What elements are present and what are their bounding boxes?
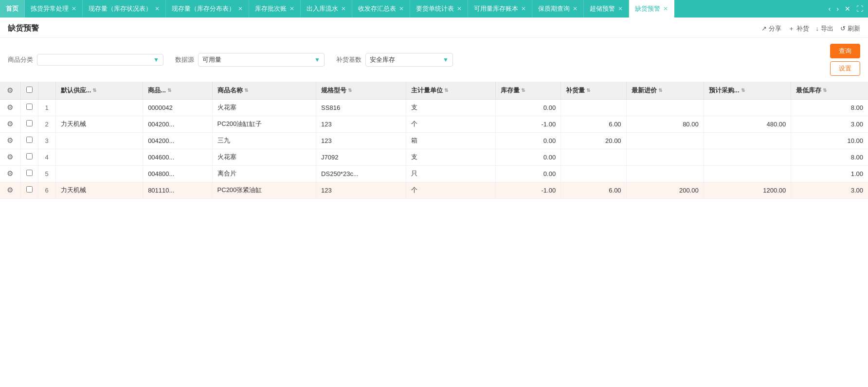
cell-checkbox-1 (20, 116, 38, 132)
col-sort-min_stock[interactable]: 最低库存⇅ (796, 86, 827, 95)
col-header-min_stock[interactable]: 最低库存⇅ (791, 82, 868, 99)
row-checkbox-2[interactable] (26, 137, 33, 143)
cell-code-2: 004200... (143, 132, 212, 149)
nav-tab-10[interactable]: 超储预警✕ (584, 0, 629, 18)
col-sort-stock[interactable]: 库存量⇅ (501, 86, 525, 95)
col-sort-code[interactable]: 商品...⇅ (148, 86, 171, 95)
row-gear-btn[interactable]: ⚙ (7, 153, 13, 161)
row-gear-btn[interactable]: ⚙ (7, 120, 13, 128)
cell-code-5: 801110... (143, 182, 212, 198)
nav-fullscreen-button[interactable]: ⛶ (853, 3, 866, 15)
row-checkbox-4[interactable] (26, 170, 33, 176)
export-button[interactable]: ↓ 导出 (816, 24, 834, 33)
cell-min_stock-1: 3.00 (791, 116, 868, 132)
nav-tab-4[interactable]: 库存批次账✕ (249, 0, 301, 18)
filter-group-category: 商品分类 ▼ (8, 54, 163, 66)
category-select[interactable]: ▼ (37, 54, 163, 66)
nav-tab-close[interactable]: ✕ (663, 5, 668, 12)
cell-checkbox-4 (20, 165, 38, 182)
nav-tab-close[interactable]: ✕ (341, 5, 346, 12)
nav-tab-6[interactable]: 收发存汇总表✕ (352, 0, 410, 18)
query-button[interactable]: 查询 (830, 44, 860, 58)
col-sort-est_purchase[interactable]: 预计采购...⇅ (709, 86, 745, 95)
cell-est_purchase-2 (704, 132, 791, 149)
nav-tab-5[interactable]: 出入库流水✕ (301, 0, 352, 18)
col-sort-name[interactable]: 商品名称⇅ (217, 86, 248, 95)
nav-tab-close[interactable]: ✕ (618, 5, 623, 12)
nav-tab-label: 超储预警 (590, 4, 615, 13)
col-header-replenish[interactable]: 补货量⇅ (561, 82, 626, 99)
col-header-supplier[interactable]: 默认供应...⇅ (55, 82, 143, 99)
col-sort-supplier[interactable]: 默认供应...⇅ (61, 86, 97, 95)
col-header-est_purchase[interactable]: 预计采购...⇅ (704, 82, 791, 99)
nav-tab-close[interactable]: ✕ (573, 5, 578, 12)
col-header-code[interactable]: 商品...⇅ (143, 82, 212, 99)
col-header-latest_price[interactable]: 最新进价⇅ (626, 82, 704, 99)
row-gear-btn[interactable]: ⚙ (7, 186, 13, 194)
nav-close-button[interactable]: ✕ (842, 3, 853, 15)
cell-name-3: 火花塞 (212, 149, 316, 165)
filter-group-datasource: 数据源 可用量 ▼ (175, 53, 325, 67)
setting-button[interactable]: 设置 (830, 61, 860, 76)
datasource-select[interactable]: 可用量 ▼ (198, 53, 325, 67)
col-header-name[interactable]: 商品名称⇅ (212, 82, 316, 99)
nav-tab-close[interactable]: ✕ (72, 5, 76, 12)
cell-spec-4: DS250*23c... (316, 165, 406, 182)
col-header-stock[interactable]: 库存量⇅ (495, 82, 561, 99)
replenish-chevron-icon: ▼ (443, 56, 449, 63)
nav-tab-0[interactable]: 首页 (0, 0, 25, 18)
nav-tab-close[interactable]: ✕ (238, 5, 243, 12)
row-gear-btn[interactable]: ⚙ (7, 169, 13, 178)
cell-unit-2: 箱 (406, 132, 495, 149)
cell-unit-0: 支 (406, 99, 495, 116)
col-sort-spec[interactable]: 规格型号⇅ (321, 86, 352, 95)
nav-tab-11[interactable]: 缺货预警✕ (629, 0, 674, 18)
row-gear-btn[interactable]: ⚙ (7, 103, 13, 112)
col-header-unit[interactable]: 主计量单位⇅ (406, 82, 495, 99)
nav-next-button[interactable]: › (833, 3, 842, 15)
cell-stock-5: -1.00 (495, 182, 561, 198)
nav-tab-close[interactable]: ✕ (457, 5, 462, 12)
cell-gear-0: ⚙ (0, 99, 20, 116)
cell-supplier-3 (55, 149, 143, 165)
refresh-button[interactable]: ↺ 刷新 (840, 24, 860, 33)
sort-icon-stock: ⇅ (521, 88, 525, 93)
cell-min_stock-0: 8.00 (791, 99, 868, 116)
sort-icon-name: ⇅ (244, 88, 248, 93)
gear-icon-btn[interactable]: ⚙ (7, 86, 13, 95)
row-checkbox-3[interactable] (26, 153, 33, 159)
nav-tab-3[interactable]: 现存量（库存分布表）✕ (166, 0, 249, 18)
row-checkbox-5[interactable] (26, 186, 33, 193)
nav-tab-1[interactable]: 拣货异常处理✕ (25, 0, 83, 18)
cell-est_purchase-0 (704, 99, 791, 116)
cell-unit-1: 个 (406, 116, 495, 132)
cell-replenish-4 (561, 165, 626, 182)
page-content: 缺货预警 ↗ 分享 ＋ 补货 ↓ 导出 ↺ 刷新 商品分类 (0, 18, 868, 387)
nav-tab-8[interactable]: 可用量库存账本✕ (468, 0, 532, 18)
replenish-button[interactable]: ＋ 补货 (788, 24, 809, 33)
row-gear-btn[interactable]: ⚙ (7, 136, 13, 145)
select-all-checkbox[interactable] (26, 87, 33, 93)
nav-tab-close[interactable]: ✕ (289, 5, 294, 12)
category-chevron-icon: ▼ (153, 56, 159, 63)
row-checkbox-0[interactable] (26, 104, 33, 110)
nav-tab-7[interactable]: 要货单统计表✕ (410, 0, 468, 18)
col-sort-replenish[interactable]: 补货量⇅ (566, 86, 590, 95)
cell-seq-2: 3 (38, 132, 55, 149)
share-button[interactable]: ↗ 分享 (761, 24, 781, 33)
nav-tab-close[interactable]: ✕ (155, 5, 160, 12)
col-header-spec[interactable]: 规格型号⇅ (316, 82, 406, 99)
nav-prev-button[interactable]: ‹ (826, 3, 834, 15)
nav-tab-close[interactable]: ✕ (399, 5, 404, 12)
cell-est_purchase-3 (704, 149, 791, 165)
row-checkbox-1[interactable] (26, 120, 33, 126)
nav-tab-close[interactable]: ✕ (521, 5, 526, 12)
nav-tab-2[interactable]: 现存量（库存状况表）✕ (83, 0, 166, 18)
cell-spec-3: J7092 (316, 149, 406, 165)
nav-tab-label: 出入库流水 (307, 4, 338, 13)
nav-tab-9[interactable]: 保质期查询✕ (532, 0, 584, 18)
col-sort-latest_price[interactable]: 最新进价⇅ (632, 86, 662, 95)
col-sort-unit[interactable]: 主计量单位⇅ (411, 86, 448, 95)
replenish-select[interactable]: 安全库存 ▼ (365, 53, 453, 67)
cell-seq-0: 1 (38, 99, 55, 116)
